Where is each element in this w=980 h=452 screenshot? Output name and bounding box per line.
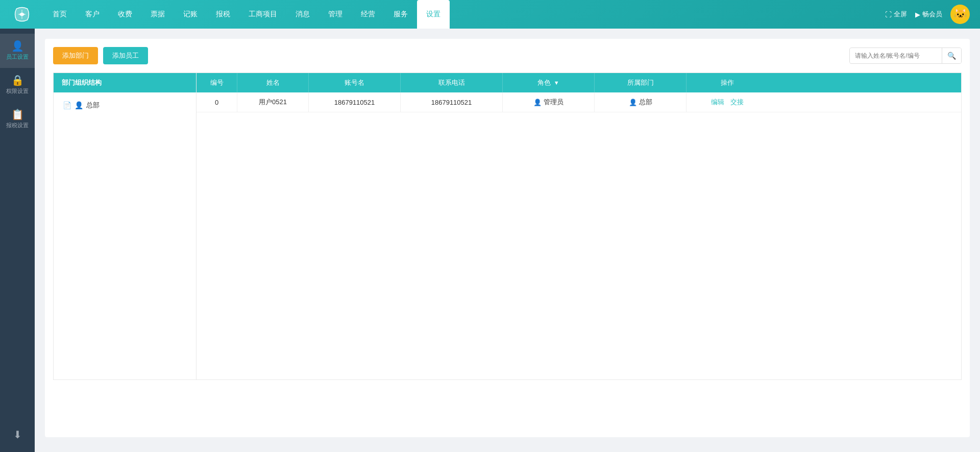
layout: 👤 员工设置 🔒 权限设置 📋 报税设置 ⬇ 添加部门 添加员工 [0,0,980,452]
sidebar-download[interactable]: ⬇ [0,422,35,447]
sidebar-item-employee[interactable]: 👤 员工设置 [0,34,35,68]
dept-item-root[interactable]: 📄 👤 总部 [59,98,191,113]
dept-tree-header: 部门组织结构 [54,73,196,92]
role-label: 管理员 [544,98,564,107]
sidebar: 👤 员工设置 🔒 权限设置 📋 报税设置 ⬇ [0,29,35,452]
sidebar-bottom: ⬇ [0,422,35,452]
nav-customer[interactable]: 客户 [76,0,109,29]
dept-tree: 部门组织结构 📄 👤 总部 [54,73,197,379]
td-dept: 👤 总部 [595,92,687,112]
filter-icon: ▼ [554,80,559,86]
nav-business[interactable]: 工商项目 [239,0,286,29]
th-name: 姓名 [237,73,309,92]
nav-home[interactable]: 首页 [43,0,76,29]
search-box: 🔍 [849,47,962,64]
add-staff-button[interactable]: 添加员工 [103,47,148,64]
dept-tree-body: 📄 👤 总部 [54,92,196,118]
employee-table: 编号 姓名 账号名 联系电话 角色 ▼ 所属部门 操作 0 [197,73,961,379]
th-phone: 联系电话 [401,73,503,92]
sidebar-item-tax-settings[interactable]: 📋 报税设置 [0,102,35,136]
nav-manage[interactable]: 管理 [319,0,352,29]
fullscreen-btn[interactable]: ⛶ 全屏 [885,10,907,19]
transfer-link[interactable]: 交接 [730,98,744,107]
toolbar: 添加部门 添加员工 🔍 [53,47,962,64]
td-phone: 18679110521 [401,92,503,112]
search-icon: 🔍 [947,52,956,60]
dept-name: 总部 [86,101,100,110]
th-id: 编号 [197,73,237,92]
sidebar-item-permissions[interactable]: 🔒 权限设置 [0,68,35,102]
two-col-layout: 部门组织结构 📄 👤 总部 编号 姓名 账号 [53,73,962,380]
dept-person-icon2: 👤 [629,99,637,106]
fullscreen-icon: ⛶ [885,11,892,18]
th-account: 账号名 [309,73,401,92]
th-dept: 所属部门 [595,73,687,92]
td-actions: 编辑 交接 [687,92,768,112]
table-row: 0 用户0521 18679110521 18679110521 👤 管理员 👤… [197,92,961,112]
content-panel: 添加部门 添加员工 🔍 部门组织结构 📄 👤 [45,39,970,437]
vip-btn[interactable]: ▶ 畅会员 [915,10,942,19]
top-nav: 首页 客户 收费 票据 记账 报税 工商项目 消息 管理 经营 服务 设置 ⛶ … [0,0,980,29]
nav-fee[interactable]: 收费 [109,0,141,29]
file-icon: 📄 [63,101,71,109]
edit-link[interactable]: 编辑 [711,98,724,107]
table-header: 编号 姓名 账号名 联系电话 角色 ▼ 所属部门 操作 [197,73,961,92]
dept-label: 总部 [639,98,652,107]
avatar[interactable]: 🐱 [950,5,970,24]
nav-items: 首页 客户 收费 票据 记账 报税 工商项目 消息 管理 经营 服务 设置 [43,0,885,29]
nav-tax[interactable]: 报税 [207,0,239,29]
td-id: 0 [197,92,237,112]
main-content: 添加部门 添加员工 🔍 部门组织结构 📄 👤 [35,29,980,452]
employee-icon: 👤 [11,41,24,51]
nav-bookkeeping[interactable]: 记账 [174,0,207,29]
role-person-icon: 👤 [533,99,542,106]
nav-settings[interactable]: 设置 [417,0,450,29]
td-role: 👤 管理员 [503,92,595,112]
th-action: 操作 [687,73,768,92]
nav-message[interactable]: 消息 [286,0,319,29]
td-account: 18679110521 [309,92,401,112]
search-input[interactable] [850,49,942,63]
vip-icon: ▶ [915,11,920,18]
action-separator [726,99,728,106]
nav-service[interactable]: 服务 [384,0,417,29]
nav-operation[interactable]: 经营 [352,0,384,29]
logo[interactable] [5,0,38,29]
nav-right: ⛶ 全屏 ▶ 畅会员 🐱 [885,5,970,24]
td-name: 用户0521 [237,92,309,112]
nav-invoice[interactable]: 票据 [141,0,174,29]
th-role[interactable]: 角色 ▼ [503,73,595,92]
lock-icon: 🔒 [11,75,24,85]
add-dept-button[interactable]: 添加部门 [53,47,98,64]
dept-person-icon: 👤 [75,101,83,109]
search-button[interactable]: 🔍 [942,48,961,63]
download-icon: ⬇ [13,430,22,440]
tax-settings-icon: 📋 [11,109,24,120]
